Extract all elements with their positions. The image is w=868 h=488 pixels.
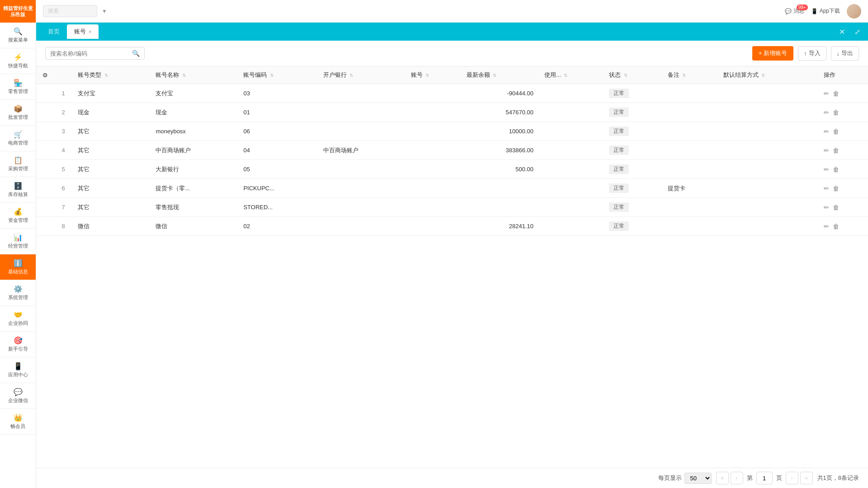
edit-button[interactable]: ✏ [824, 166, 829, 173]
cell-usage [539, 198, 604, 217]
sidebar-item-enterprise-agreement[interactable]: 🤝企业协同 [0, 306, 36, 332]
sidebar-item-ecommerce-mgmt[interactable]: 🛒电商管理 [0, 126, 36, 151]
sidebar-label-wholesale-mgmt: 批发管理 [8, 114, 28, 121]
delete-button[interactable]: 🗑 [833, 223, 839, 230]
page-input[interactable] [756, 472, 773, 484]
message-button[interactable]: 💬 消息 99+ [785, 7, 804, 15]
cell-index: 2 [54, 103, 72, 122]
sidebar-item-wholesale-mgmt[interactable]: 📦批发管理 [0, 100, 36, 126]
th-latest-balance[interactable]: 最新余额 ⇅ [461, 66, 539, 84]
delete-button[interactable]: 🗑 [833, 185, 839, 192]
th-remark[interactable]: 备注 ⇅ [662, 66, 718, 84]
edit-button[interactable]: ✏ [824, 109, 829, 116]
search-icon[interactable]: 🔍 [132, 50, 140, 57]
edit-button[interactable]: ✏ [824, 223, 829, 230]
sidebar-label-app-center: 应用中心 [8, 371, 28, 378]
delete-button[interactable]: 🗑 [833, 166, 839, 173]
sidebar-item-member[interactable]: 👑畅会员 [0, 409, 36, 435]
sidebar-item-basic-info[interactable]: ℹ️基础信息 [0, 254, 36, 280]
app-icon: 📱 [811, 8, 818, 14]
tabbar-close-icon[interactable]: ✕ [835, 25, 848, 38]
sidebar-item-retail-mgmt[interactable]: 🏪零售管理 [0, 74, 36, 100]
edit-button[interactable]: ✏ [824, 147, 829, 154]
app-download-button[interactable]: 📱 App下载 [811, 7, 840, 15]
cell-account-name: 现金 [150, 103, 238, 122]
sidebar-item-enterprise-wechat[interactable]: 💬企业微信 [0, 383, 36, 409]
cell-remark [662, 122, 718, 141]
th-default-settlement[interactable]: 默认结算方式 ⇅ [718, 66, 818, 84]
th-account-no[interactable]: 账号 ⇅ [406, 66, 461, 84]
app-logo: 精益管好生意 乐邑版 [0, 0, 36, 23]
delete-button[interactable]: 🗑 [833, 90, 839, 97]
cell-status: 正常 [604, 141, 662, 160]
sidebar-item-finance-mgmt[interactable]: 💰资金管理 [0, 203, 36, 229]
sidebar-item-purchase-mgmt[interactable]: 📋采购管理 [0, 151, 36, 177]
tabbar-fullscreen-icon[interactable]: ⤢ [851, 25, 863, 38]
topbar-dropdown[interactable]: ▼ [102, 8, 107, 14]
cell-latest-balance [461, 198, 539, 217]
table-row: 1 支付宝 支付宝 03 -90444.00 正常 ✏ 🗑 [36, 84, 868, 103]
cell-index: 5 [54, 160, 72, 179]
th-account-type[interactable]: 账号类型 ⇅ [72, 66, 150, 84]
page-first-button[interactable]: « [716, 472, 729, 484]
sidebar-icon-member: 👑 [14, 413, 23, 422]
sidebar-item-inventory[interactable]: 🗄️库存核算 [0, 177, 36, 203]
page-of-label: 页 [776, 474, 782, 482]
th-status[interactable]: 状态 ⇅ [604, 66, 662, 84]
th-settings[interactable]: ⚙ [36, 66, 54, 84]
cell-index: 3 [54, 122, 72, 141]
cell-settings [36, 84, 54, 103]
sidebar-item-quick-nav[interactable]: ⚡快捷导航 [0, 48, 36, 74]
delete-button[interactable]: 🗑 [833, 147, 839, 154]
user-avatar[interactable] [847, 4, 861, 19]
add-account-button[interactable]: + 新增账号 [752, 46, 793, 61]
cell-account-code: 03 [238, 84, 317, 103]
cell-actions: ✏ 🗑 [818, 217, 868, 236]
cell-settings [36, 217, 54, 236]
edit-button[interactable]: ✏ [824, 204, 829, 211]
delete-button[interactable]: 🗑 [833, 204, 839, 211]
topbar: 搜索 ▼ 💬 消息 99+ 📱 App下载 [36, 0, 868, 23]
th-usage[interactable]: 使用... ⇅ [539, 66, 604, 84]
sidebar-item-new-guide[interactable]: 🎯新手引导 [0, 332, 36, 357]
cell-remark: 提货卡 [662, 179, 718, 198]
per-page-select[interactable]: 50 20 100 [684, 473, 712, 484]
table-row: 4 其它 中百商场账户 04 中百商场账户 383866.00 正常 ✏ 🗑 [36, 141, 868, 160]
page-last-button[interactable]: » [800, 472, 813, 484]
delete-button[interactable]: 🗑 [833, 128, 839, 135]
page-next-button[interactable]: › [786, 472, 798, 484]
sidebar-item-system-mgmt[interactable]: ⚙️系统管理 [0, 280, 36, 306]
cell-status: 正常 [604, 103, 662, 122]
th-actions: 操作 [818, 66, 868, 84]
sidebar-item-operation-mgmt[interactable]: 📊经营管理 [0, 229, 36, 254]
sidebar-item-app-center[interactable]: 📱应用中心 [0, 357, 36, 383]
cell-settings [36, 141, 54, 160]
delete-button[interactable]: 🗑 [833, 109, 839, 116]
cell-latest-balance: 547670.00 [461, 103, 539, 122]
sidebar-label-operation-mgmt: 经营管理 [8, 243, 28, 249]
tab-home-label: 首页 [48, 28, 60, 36]
account-search-input[interactable] [50, 50, 132, 57]
cell-bank [318, 103, 406, 122]
cell-account-code: STORED... [238, 198, 317, 217]
sidebar-icon-inventory: 🗄️ [14, 182, 23, 190]
sidebar-item-search-menu[interactable]: 🔍搜索菜单 [0, 23, 36, 48]
tab-home[interactable]: 首页 [41, 24, 67, 39]
tab-account[interactable]: 账号 × [67, 24, 99, 39]
account-search-box[interactable]: 🔍 [45, 47, 145, 60]
th-account-code[interactable]: 账号编码 ⇅ [238, 66, 317, 84]
th-bank[interactable]: 开户银行 ⇅ [318, 66, 406, 84]
edit-button[interactable]: ✏ [824, 128, 829, 135]
page-prev-button[interactable]: ‹ [731, 472, 743, 484]
cell-default-settlement [718, 217, 818, 236]
edit-button[interactable]: ✏ [824, 90, 829, 97]
th-account-name[interactable]: 账号名称 ⇅ [150, 66, 238, 84]
sidebar: 精益管好生意 乐邑版 🔍搜索菜单⚡快捷导航🏪零售管理📦批发管理🛒电商管理📋采购管… [0, 0, 36, 488]
tabbar-actions: ✕ ⤢ [835, 25, 863, 38]
tab-account-close[interactable]: × [89, 29, 91, 34]
edit-button[interactable]: ✏ [824, 185, 829, 192]
export-button[interactable]: ↓ 导出 [831, 46, 859, 61]
toolbar-left: 🔍 [45, 47, 145, 60]
import-button[interactable]: ↑ 导入 [798, 46, 826, 61]
cell-account-code: 05 [238, 160, 317, 179]
